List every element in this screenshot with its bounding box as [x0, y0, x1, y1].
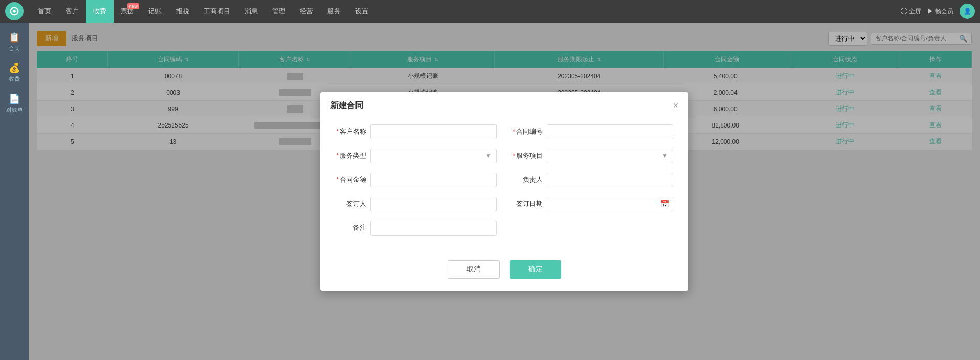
sign-date-input[interactable]: 2023-06-06 — [547, 197, 673, 211]
remark-label: 备注 — [336, 223, 366, 232]
nav-messages[interactable]: 消息 — [237, 0, 265, 23]
field-signer: 签订人 — [336, 197, 497, 211]
contract-amount-input[interactable]: 0.00 — [370, 173, 497, 187]
required-star-4: * — [513, 152, 515, 159]
nav-business[interactable]: 工商项目 — [196, 0, 237, 23]
content-area: 新增 服务项目 进行中 已完成 已终止 🔍 序号 合同编码 ⇅ — [29, 23, 980, 360]
field-service-type: *服务类型 ▼ — [336, 149, 497, 163]
field-responsible: 负责人 — [512, 173, 673, 187]
modal-footer: 取消 确定 — [320, 255, 688, 291]
field-service-item: *服务项目 ▼ — [512, 149, 673, 163]
form-row-3: *合同金额 0.00 负责人 — [336, 173, 673, 187]
customer-name-input[interactable] — [370, 124, 497, 139]
calendar-icon[interactable]: 📅 — [660, 200, 669, 208]
field-remark: 备注 — [336, 221, 497, 236]
sidebar-item-statement[interactable]: 📄 对账单 — [2, 89, 27, 118]
contract-icon: 📋 — [9, 32, 20, 43]
contract-amount-label: *合同金额 — [336, 175, 366, 184]
field-contract-amount: *合同金额 0.00 — [336, 173, 497, 187]
sidebar-label-contract: 合同 — [9, 45, 20, 52]
service-type-label: *服务类型 — [336, 151, 366, 160]
service-type-select[interactable] — [370, 149, 497, 163]
fullscreen-btn[interactable]: ⛶ 全屏 — [901, 7, 921, 16]
nav-accounting[interactable]: 记账 — [141, 0, 169, 23]
modal-header: 新建合同 × — [320, 92, 688, 116]
form-row-5: 备注 — [336, 221, 673, 236]
sidebar-label-fees: 收费 — [9, 75, 20, 83]
form-row-1: *客户名称 *合同编号 — [336, 124, 673, 139]
nav-settings[interactable]: 设置 — [348, 0, 375, 23]
signer-input[interactable] — [370, 197, 497, 211]
field-sign-date: 签订日期 2023-06-06 📅 — [512, 197, 673, 211]
required-star: * — [336, 128, 339, 135]
customer-name-label: *客户名称 — [336, 127, 366, 136]
service-item-label: *服务项目 — [512, 151, 543, 160]
field-contract-no: *合同编号 — [512, 124, 673, 139]
field-customer-name: *客户名称 — [336, 124, 497, 139]
sidebar-label-statement: 对账单 — [6, 106, 23, 114]
new-badge: new — [127, 3, 139, 9]
required-star-5: * — [336, 176, 339, 183]
service-item-select[interactable] — [547, 149, 673, 163]
service-type-wrap: ▼ — [370, 149, 497, 163]
nav-fees[interactable]: 收费 — [86, 0, 114, 23]
contract-no-label: *合同编号 — [512, 127, 543, 136]
main-layout: 📋 合同 💰 收费 📄 对账单 新增 服务项目 进行中 已完成 已终止 — [0, 23, 980, 360]
modal-overlay: 新建合同 × *客户名称 *合同编号 — [29, 23, 980, 360]
modal-body: *客户名称 *合同编号 — [320, 116, 688, 255]
nav-operations[interactable]: 经营 — [293, 0, 320, 23]
nav-client[interactable]: 客户 — [58, 0, 86, 23]
required-star-3: * — [336, 152, 339, 159]
membership-btn[interactable]: ▶ 畅会员 — [927, 7, 953, 16]
remark-input[interactable] — [370, 221, 497, 236]
top-navigation: 首页 客户 收费 票据 new 记账 报税 工商项目 消息 管理 经营 服务 设… — [0, 0, 980, 23]
nav-tax[interactable]: 报税 — [169, 0, 196, 23]
nav-manage[interactable]: 管理 — [265, 0, 293, 23]
sidebar-item-contract[interactable]: 📋 合同 — [2, 28, 27, 56]
app-logo — [5, 2, 24, 20]
new-contract-modal: 新建合同 × *客户名称 *合同编号 — [320, 92, 688, 291]
confirm-button[interactable]: 确定 — [510, 260, 561, 279]
top-nav-right: ⛶ 全屏 ▶ 畅会员 👤 — [901, 4, 975, 19]
statement-icon: 📄 — [9, 93, 20, 104]
sign-date-wrap: 2023-06-06 📅 — [547, 197, 673, 211]
user-avatar[interactable]: 👤 — [960, 4, 975, 19]
modal-title: 新建合同 — [330, 100, 363, 111]
service-item-wrap: ▼ — [547, 149, 673, 163]
fees-icon: 💰 — [9, 62, 20, 74]
signer-label: 签订人 — [336, 199, 366, 208]
cancel-button[interactable]: 取消 — [448, 260, 500, 279]
nav-services[interactable]: 服务 — [320, 0, 348, 23]
modal-close-button[interactable]: × — [673, 101, 678, 110]
contract-no-input[interactable] — [547, 124, 673, 139]
nav-home[interactable]: 首页 — [31, 0, 58, 23]
responsible-label: 负责人 — [512, 175, 543, 184]
sign-date-label: 签订日期 — [512, 199, 543, 208]
form-row-2: *服务类型 ▼ *服务项目 — [336, 149, 673, 163]
nav-invoice[interactable]: 票据 new — [114, 0, 141, 23]
sidebar-item-fees[interactable]: 💰 收费 — [2, 58, 27, 87]
sidebar: 📋 合同 💰 收费 📄 对账单 — [0, 23, 29, 360]
form-row-4: 签订人 签订日期 2023-06-06 📅 — [336, 197, 673, 211]
responsible-input[interactable] — [547, 173, 673, 187]
required-star-2: * — [513, 128, 515, 135]
